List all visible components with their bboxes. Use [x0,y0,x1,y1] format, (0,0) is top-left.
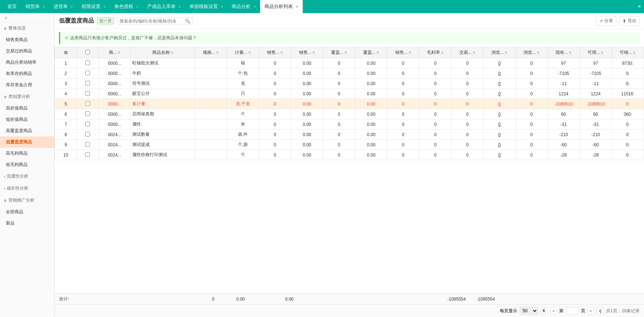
sidebar-section-overall[interactable]: ∨ 整体信息 [0,22,54,34]
nav-sales-order[interactable]: 销货单 × [21,0,49,13]
sidebar-section-liquidity[interactable]: › 流通性分析 [0,170,54,182]
col-settings[interactable]: ⚙ [55,47,77,58]
row-checkbox[interactable] [85,142,90,147]
row-view1[interactable]: 0 [483,140,515,150]
nav-role-auth[interactable]: 角色授权 × [110,0,143,13]
nav-template-settings[interactable]: 单据模板设置 × [185,0,227,13]
row-checkbox[interactable] [85,101,90,106]
row-view1[interactable]: 0 [483,79,515,89]
sidebar-item-all-goods[interactable]: 全部商品 [0,206,54,218]
row-stock-available: -1089510 [580,99,612,109]
share-button[interactable]: ↗ 分享 [596,16,616,26]
close-role-auth-icon[interactable]: × [136,4,138,9]
row-view1[interactable]: 0 [483,68,515,79]
close-sales-order-icon[interactable]: × [43,4,45,9]
sidebar-section-category[interactable]: ∨ 类别度分析 [0,91,54,103]
row-view1[interactable]: 0 [483,99,515,109]
time-tag[interactable]: 近一月 [97,17,114,24]
nav-product-inbound[interactable]: 产成品入库单 × [143,0,185,13]
row-checkbox[interactable] [85,111,90,116]
col-checkbox[interactable] [77,47,99,58]
row-spec [195,79,227,89]
row-margin: 0 [419,140,451,150]
row-view1[interactable]: 0 [483,109,515,119]
nav-permissions[interactable]: 权限设置 × [77,0,110,13]
col-view2[interactable]: 浏览...⇅ [515,47,547,58]
close-permissions-icon[interactable]: × [103,4,106,9]
row-view1[interactable]: 0 [483,130,515,140]
sidebar-item-low-coverage[interactable]: 低覆盖度商品 [0,136,54,148]
row-stock-sellable: 8730: [612,58,644,68]
close-template-icon[interactable]: × [221,4,223,9]
sidebar-section-marketing[interactable]: ∨ 营销推广分析 [0,194,54,206]
row-unit: 箱 [227,58,259,68]
close-analysis-list-icon[interactable]: × [296,4,298,9]
col-stock-available[interactable]: 可用...⇅ [580,47,612,58]
next-page-button[interactable]: › [588,307,594,314]
col-trade[interactable]: 交易...⇅ [451,47,483,58]
sidebar-item-new-goods[interactable]: 新品 [0,218,54,229]
page-input[interactable]: 1 [566,307,579,314]
col-coverage1[interactable]: 覆盖...⇅ [323,47,355,58]
col-unit[interactable]: 计量...⇅ [227,47,259,58]
sidebar-item-low-margin[interactable]: 低毛利商品 [0,159,54,170]
row-view1[interactable]: 0 [483,89,515,99]
row-sales-amount: 0.00 [291,119,323,130]
sidebar-item-traded-goods[interactable]: 交易过的商品 [0,45,54,57]
prev-page-button[interactable]: ‹ [550,307,557,314]
col-stock-current[interactable]: 现有...⇅ [547,47,580,58]
col-sales-amt[interactable]: 销售...⇅ [291,47,323,58]
col-view1[interactable]: 浏览...⇅ [483,47,515,58]
row-name: 测试提成 [131,140,195,150]
row-checkbox[interactable] [85,71,90,75]
col-spec[interactable]: 规格...⇅ [195,47,227,58]
nav-product-analysis[interactable]: 商品分析 × [227,0,260,13]
last-page-button[interactable]: ›| [596,307,604,314]
col-sales3[interactable]: 销售...⇅ [387,47,419,58]
sidebar-item-high-coverage[interactable]: 高覆盖度商品 [0,125,54,136]
row-checkbox[interactable] [85,122,90,126]
sidebar-item-low-value[interactable]: 低价值商品 [0,114,54,125]
row-code: 0000... [99,58,131,68]
sidebar-collapse-button[interactable]: « [3,15,9,20]
nav-home[interactable]: 首页 [3,0,21,13]
col-code[interactable]: 商...⇅ [99,47,131,58]
table-row: 1 0000... 旺铺批次测试 箱 0 0.00 0 0.00 0 0 0 0… [55,58,644,68]
col-sales-qty[interactable]: 销售...⇅ [259,47,291,58]
row-checkbox[interactable] [85,91,90,96]
sidebar-item-capital-occupy[interactable]: 库存资金占用 [0,79,54,91]
sidebar-item-sales-goods[interactable]: 销售类商品 [0,34,54,45]
close-analysis-icon[interactable]: × [254,4,256,9]
row-checkbox[interactable] [85,152,90,157]
sidebar-item-high-margin[interactable]: 高毛利商品 [0,148,54,159]
sidebar-item-in-stock[interactable]: 有库存的商品 [0,68,54,79]
col-stock-sellable[interactable]: 可销...⇅ [612,47,644,58]
search-icon[interactable]: 🔍 [185,19,191,24]
row-checkbox[interactable] [85,60,90,65]
row-view1[interactable]: 0 [483,150,515,160]
row-sales3: 0 [387,140,419,150]
col-name[interactable]: 商品名称⇅ [131,47,195,58]
sidebar-item-category-rate[interactable]: 商品分类动销率 [0,57,54,68]
close-product-inbound-icon[interactable]: × [178,4,181,9]
table-wrapper[interactable]: ⚙ 商...⇅ 商品名称⇅ 规格...⇅ 计量...⇅ 销售...⇅ 销售...… [55,47,644,293]
per-page-select[interactable]: 50 20 100 [519,307,538,315]
export-button[interactable]: ⬆ 导出 [619,16,640,26]
nav-product-analysis-list[interactable]: 商品分析列表 × [260,0,302,13]
close-all-tabs-button[interactable]: × [638,3,641,10]
col-margin[interactable]: 毛利率⇅ [419,47,451,58]
search-input[interactable] [119,19,185,24]
select-all-checkbox[interactable] [85,50,90,55]
row-view2: 0 [515,140,547,150]
row-checkbox[interactable] [85,132,90,136]
sidebar-section-growth[interactable]: › 成长性分析 [0,182,54,194]
row-checkbox[interactable] [85,81,90,86]
row-view1[interactable]: 0 [483,119,515,130]
sidebar-item-high-value[interactable]: 高价值商品 [0,103,54,114]
section-arrow-category: ∨ [4,94,7,99]
row-view1[interactable]: 0 [483,58,515,68]
nav-purchase-order[interactable]: 进货单 × [49,0,77,13]
col-coverage2[interactable]: 覆盖...⇅ [355,47,387,58]
first-page-button[interactable]: K [540,307,548,314]
close-purchase-order-icon[interactable]: × [71,4,73,9]
